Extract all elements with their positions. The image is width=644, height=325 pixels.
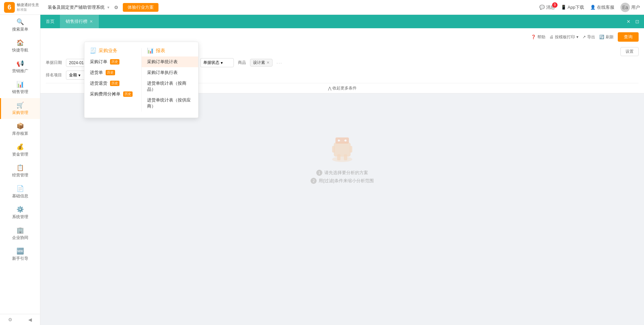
online-service-button[interactable]: 👤 在线客服: [590, 4, 614, 10]
settings-icon[interactable]: ⚙: [112, 3, 120, 11]
sidebar-item-system[interactable]: ⚙️ 系统管理: [0, 202, 40, 223]
user-button[interactable]: Ea 用户: [620, 3, 640, 12]
sidebar-item-basic-info[interactable]: 📄 基础信息: [0, 181, 40, 202]
sidebar-settings-button[interactable]: ⚙: [8, 317, 12, 322]
menu-item-incoming[interactable]: 进货单 历史: [84, 67, 141, 78]
app-download-button[interactable]: 📱 App下载: [561, 4, 584, 10]
sidebar-label: 企业协同: [12, 235, 28, 241]
refresh-icon: 🔄: [599, 35, 604, 39]
ranking-arrow-icon: ▾: [78, 73, 80, 78]
tab-home[interactable]: 首页: [40, 15, 60, 28]
top-header: 6 畅捷通好生意 标准版 装备及固定资产辅助管理系统 ▾ ⚙ 体验行业方案 💬 …: [0, 0, 644, 15]
sidebar-item-inventory[interactable]: 📦 库存核算: [0, 119, 40, 140]
history-badge: 历史: [123, 91, 133, 97]
menu-item-incoming-stats-supplier[interactable]: 进货单统计表（按供应商）: [142, 95, 199, 112]
svg-rect-7: [337, 154, 341, 160]
empty-illustration: [325, 131, 359, 164]
sidebar-label: 新手引导: [12, 256, 28, 261]
help-button[interactable]: ❓ 帮助: [531, 34, 545, 40]
sidebar-item-enterprise[interactable]: 🏢 企业协同: [0, 223, 40, 244]
svg-rect-6: [350, 146, 352, 153]
logo-text: 畅捷通好生意 标准版: [17, 2, 39, 12]
dropdown-columns: 🧾 采购业务 采购订单 历史 进货单 历史 进货退货: [84, 45, 198, 114]
enterprise-icon: 🏢: [16, 227, 24, 234]
sidebar-label: 基础信息: [12, 193, 28, 199]
tab-bar: 首页 销售排行榜 ✕ ✕ ⊡: [40, 15, 644, 28]
history-badge: 历史: [110, 59, 119, 65]
inventory-icon: 📦: [16, 122, 24, 130]
menu-item-incoming-stats-goods[interactable]: 进货单统计表（按商品）: [142, 78, 199, 95]
sidebar-label: 资金管理: [12, 152, 28, 157]
report-section-header: 📊 报表: [142, 45, 199, 56]
set-button[interactable]: 设置: [620, 47, 639, 56]
guide-icon: 🆕: [16, 247, 24, 255]
sidebar-label: 采购管理: [12, 110, 28, 116]
tab-close-icon[interactable]: ✕: [90, 19, 93, 24]
sidebar-item-purchase[interactable]: 🛒 采购管理: [0, 98, 40, 119]
collapse-icon: ⋀: [328, 86, 331, 91]
svg-point-0: [332, 157, 352, 162]
sidebar-bottom: ⚙ ◀: [0, 314, 40, 325]
print-arrow-icon: ▾: [576, 35, 578, 39]
industry-button[interactable]: 体验行业方案: [123, 3, 158, 12]
sidebar-item-finance[interactable]: 💰 资金管理: [0, 140, 40, 161]
sidebar-item-search-menu[interactable]: 🔍 搜索菜单: [0, 15, 40, 36]
goods-tag: 设计素 ✕: [250, 59, 273, 67]
sidebar-label: 系统管理: [12, 214, 28, 220]
help-icon: ❓: [531, 35, 536, 39]
status-select[interactable]: 单据状态 ▾: [200, 58, 234, 67]
tab-maximize-button[interactable]: ⊡: [634, 18, 641, 25]
logo-icon: 6: [4, 2, 15, 13]
sales-icon: 📊: [16, 81, 24, 88]
basic-info-icon: 📄: [16, 185, 24, 192]
history-badge: 历史: [110, 81, 119, 86]
sidebar-item-operations[interactable]: 📋 经营管理: [0, 161, 40, 181]
home-icon: 🏠: [16, 39, 24, 46]
sidebar-collapse-button[interactable]: ◀: [28, 317, 32, 322]
filter-toolbar: ❓ 帮助 🖨 按模板打印 ▾ ↗ 导出: [531, 32, 639, 42]
sidebar-item-guide[interactable]: 🆕 新手引导: [0, 244, 40, 265]
date-label: 单据日期: [46, 60, 62, 66]
purchase-dropdown-menu: 🧾 采购业务 采购订单 历史 进货单 历史 进货退货: [84, 42, 199, 118]
goods-tag-close[interactable]: ✕: [266, 60, 270, 65]
tab-sales-ranking[interactable]: 销售排行榜 ✕: [60, 15, 99, 28]
query-button[interactable]: 查询: [618, 32, 639, 42]
tab-close-window-button[interactable]: ✕: [625, 18, 632, 25]
svg-rect-1: [334, 143, 351, 157]
sidebar-item-sales[interactable]: 📊 销售管理: [0, 77, 40, 98]
operations-icon: 📋: [16, 164, 24, 171]
finance-icon: 💰: [16, 143, 24, 151]
svg-rect-5: [332, 146, 335, 153]
menu-item-purchase-order-stats[interactable]: 采购订单统计表: [142, 56, 199, 67]
search-icon: 🔍: [16, 18, 24, 26]
sidebar-item-quick-nav[interactable]: 🏠 快捷导航: [0, 36, 40, 56]
sidebar-label: 经营管理: [12, 172, 28, 178]
sidebar-item-marketing[interactable]: 📢 营销推广: [0, 56, 40, 77]
marketing-icon: 📢: [16, 60, 24, 67]
content-area: 首页 销售排行榜 ✕ ✕ ⊡ ❓: [40, 15, 644, 325]
svg-rect-8: [344, 154, 347, 160]
menu-item-return[interactable]: 进货退货 历史: [84, 78, 141, 89]
message-button[interactable]: 💬 消息 9: [539, 4, 555, 10]
export-button[interactable]: ↗ 导出: [582, 34, 595, 40]
sidebar-label: 销售管理: [12, 89, 28, 95]
system-icon: ⚙️: [16, 206, 24, 213]
phone-icon: 📱: [561, 5, 566, 10]
logo-area: 6 畅捷通好生意 标准版: [4, 2, 44, 13]
empty-tip-1: 1 请先选择要分析的方案: [316, 170, 368, 176]
menu-item-purchase-order-exec[interactable]: 采购订单执行表: [142, 67, 199, 78]
system-title: 装备及固定资产辅助管理系统: [48, 4, 105, 10]
goods-more-button[interactable]: ···: [277, 60, 283, 66]
dropdown-arrow-icon[interactable]: ▾: [107, 5, 109, 10]
dropdown-col-purchase: 🧾 采购业务 采购订单 历史 进货单 历史 进货退货: [84, 45, 141, 114]
menu-item-expense[interactable]: 采购费用分摊单 历史: [84, 89, 141, 99]
sidebar: 🔍 搜索菜单 🏠 快捷导航 📢 营销推广 📊 销售管理 🛒 采购管理 📦 库存核…: [0, 15, 40, 325]
purchase-icon: 🛒: [16, 101, 24, 109]
menu-item-purchase-order[interactable]: 采购订单 历史: [84, 56, 141, 67]
print-icon: 🖨: [549, 35, 553, 39]
print-button[interactable]: 🖨 按模板打印 ▾: [549, 34, 578, 40]
dropdown-col-report: 📊 报表 采购订单统计表 采购订单执行表 进货单统计表（按商品）: [142, 45, 199, 114]
refresh-button[interactable]: 🔄 刷新: [599, 34, 614, 40]
message-icon: 💬: [539, 5, 545, 10]
user-avatar: Ea: [620, 3, 630, 12]
